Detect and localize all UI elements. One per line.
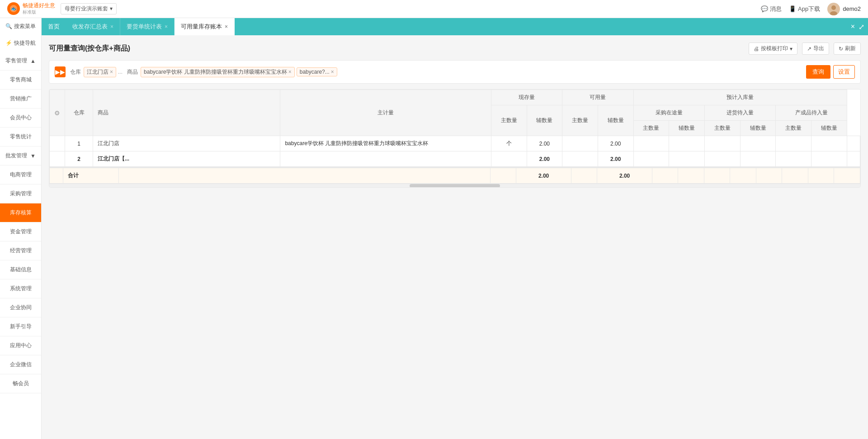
row2-settings [50, 151, 65, 167]
sidebar-item-ecommerce[interactable]: 电商管理 [0, 165, 41, 184]
export-btn[interactable]: ↗ 导出 [802, 42, 829, 55]
row2-product-aux [847, 151, 860, 167]
org-select[interactable]: 母婴行业演示账套 ▾ [61, 3, 117, 14]
sidebar-item-label: 应用中心 [10, 342, 32, 349]
sidebar-search[interactable]: 🔍 搜索菜单 [0, 18, 41, 35]
footer-row: 合计 2.00 2.00 [50, 168, 860, 184]
tab-home[interactable]: 首页 [42, 18, 66, 35]
query-btn[interactable]: 查询 [806, 65, 830, 79]
table-container: ⚙ 仓库 商品 主计量 现存量 可用量 预计入库量 主数量 辅数量 [49, 89, 861, 188]
search-icon: 🔍 [5, 23, 12, 29]
footer-stock-main: 2.00 [516, 168, 571, 184]
row1-product-main [811, 136, 847, 151]
setting-btn[interactable]: 设置 [833, 65, 855, 79]
printer-icon: 🖨 [754, 46, 759, 52]
sidebar-item-basic[interactable]: 基础信息 [0, 260, 41, 279]
sidebar-item-newbie[interactable]: 新手引导 [0, 317, 41, 336]
sidebar-item-operations[interactable]: 经营管理 [0, 241, 41, 260]
row1-goods-in-aux [776, 136, 811, 151]
sidebar-item-member[interactable]: 会员中心 [0, 109, 41, 127]
sidebar-item-app-center[interactable]: 应用中心 [0, 336, 41, 355]
sidebar-item-wholesale[interactable]: 批发管理 ▼ [0, 146, 41, 165]
sidebar-item-retail-mall[interactable]: 零售商城 [0, 71, 41, 90]
sidebar-item-zero-retail[interactable]: 零售管理 ▲ [0, 52, 41, 71]
svg-point-3 [831, 5, 836, 10]
close-all-icon[interactable]: × [851, 23, 855, 31]
sidebar-item-system[interactable]: 系统管理 [0, 279, 41, 298]
maximize-icon[interactable]: ⤢ [859, 23, 864, 31]
logo: 🐟 畅捷通好生意 标准版 [7, 2, 55, 15]
sidebar-item-label: 批发管理 [5, 152, 27, 160]
table-row: 1 江北门店 babycare学饮杯 儿童防摔防撞吸管杯重力球吸嘴杯宝宝水杯 个… [50, 136, 860, 151]
scrollbar-thumb[interactable] [410, 184, 500, 188]
filter-more-warehouse[interactable]: ... [118, 69, 123, 75]
sidebar-item-retail-stats[interactable]: 零售统计 [0, 127, 41, 146]
app-download-btn[interactable]: 📱 App下载 [789, 5, 820, 13]
row2-warehouse: 江北门店【... [93, 151, 280, 167]
col-avail-main: 主数量 [562, 105, 598, 136]
product-tag2-value: babycare?... [300, 69, 330, 75]
tab-controls: × ⤢ [847, 23, 868, 31]
user-name: demo2 [843, 5, 861, 12]
filter-area: ▶▶ 仓库 江北门店 × ... 商品 babycar [49, 60, 861, 84]
product-label: 商品 [127, 68, 138, 76]
sidebar-item-label: 资金管理 [10, 228, 32, 236]
scrollbar-area[interactable] [49, 184, 860, 187]
template-print-btn[interactable]: 🖨 按模板打印 ▾ [749, 42, 797, 55]
row1-warehouse: 江北门店 [93, 136, 280, 151]
table-row: 2 江北门店【... 2.00 2.00 [50, 151, 860, 167]
sidebar-item-finance[interactable]: 资金管理 [0, 222, 41, 241]
user-avatar-btn[interactable]: demo2 [827, 3, 861, 15]
row1-main-unit: 个 [491, 136, 527, 151]
sidebar-item-wechat[interactable]: 企业微信 [0, 355, 41, 374]
col-product-main: 主数量 [776, 121, 811, 136]
filter-toggle-btn[interactable]: ▶▶ [55, 66, 66, 77]
warehouse-remove[interactable]: × [110, 69, 113, 75]
col-stock-aux: 辅数量 [527, 105, 562, 136]
page-title: 可用量查询(按仓库+商品) [49, 44, 130, 53]
col-goods-in-main: 主数量 [705, 121, 741, 136]
row1-product: babycare学饮杯 儿童防摔防撞吸管杯重力球吸嘴杯宝宝水杯 [280, 136, 491, 151]
chevron-icon: ▼ [30, 153, 36, 159]
sidebar-item-enterprise[interactable]: 企业协同 [0, 298, 41, 317]
refresh-btn[interactable]: ↻ 刷新 [834, 42, 861, 55]
tab-available[interactable]: 可用量库存账本 × [175, 18, 235, 35]
row1-purchase-aux [705, 136, 741, 151]
chevron-icon: ▲ [30, 58, 36, 64]
sidebar: 🔍 搜索菜单 ⚡ 快捷导航 零售管理 ▲ 零售商城 营销推广 会员中心 零售统计… [0, 18, 42, 439]
tab-order-stats-close[interactable]: × [165, 24, 168, 30]
row2-avail-main: 2.00 [598, 151, 633, 167]
content-area: 首页 收发存汇总表 × 要货单统计表 × 可用量库存账本 × × ⤢ [42, 18, 868, 439]
message-btn[interactable]: 💬 消息 [761, 5, 782, 13]
logo-text: 畅捷通好生意 [23, 2, 55, 9]
row2-avail-aux [633, 151, 669, 167]
sidebar-item-marketing[interactable]: 营销推广 [0, 90, 41, 109]
col-purchase-aux: 辅数量 [669, 121, 705, 136]
col-purchase-transit: 采购在途量 [633, 105, 704, 121]
row2-stock-main: 2.00 [527, 151, 562, 167]
tab-available-label: 可用量库存账本 [181, 23, 222, 31]
filter-warehouse-group: 仓库 江北门店 × ... [70, 67, 123, 77]
tab-order-stats[interactable]: 要货单统计表 × [120, 18, 175, 35]
sidebar-item-purchase[interactable]: 采购管理 [0, 184, 41, 203]
app-download-label: App下载 [798, 5, 820, 13]
col-goods-in-aux: 辅数量 [740, 121, 776, 136]
sidebar-nav[interactable]: ⚡ 快捷导航 [0, 35, 41, 52]
filter-actions: 查询 设置 [806, 65, 855, 79]
tab-receive-close[interactable]: × [110, 24, 113, 30]
row2-product-main [811, 151, 847, 167]
org-name: 母婴行业演示账套 [65, 5, 108, 13]
sidebar-item-inventory[interactable]: 库存核算 [0, 203, 41, 222]
product-tag2-remove[interactable]: × [331, 69, 334, 75]
tab-available-close[interactable]: × [225, 24, 228, 30]
col-product-waiting: 产成品待入量 [776, 105, 847, 121]
col-settings[interactable]: ⚙ [50, 90, 65, 136]
row2-main-unit [491, 151, 527, 167]
tab-receive[interactable]: 收发存汇总表 × [66, 18, 120, 35]
sidebar-item-label: 零售统计 [10, 133, 32, 141]
product-tag2: babycare?... × [297, 67, 337, 76]
product-tag1-remove[interactable]: × [288, 69, 292, 75]
col-current-stock-header: 现存量 [491, 90, 562, 105]
row1-product-aux [847, 136, 860, 151]
sidebar-item-member2[interactable]: 畅会员 [0, 374, 41, 393]
